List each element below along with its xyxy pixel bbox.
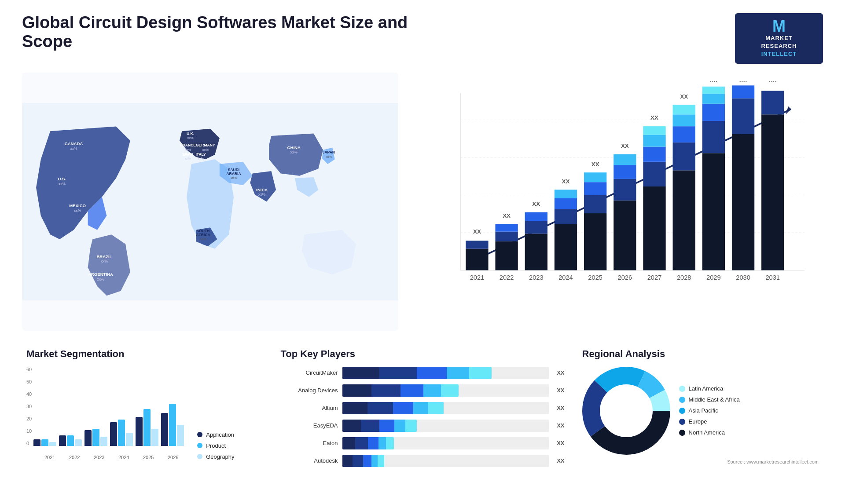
player-bar-seg <box>371 455 378 467</box>
svg-rect-77 <box>673 105 695 114</box>
svg-text:GERMANY: GERMANY <box>196 143 215 147</box>
seg-bar <box>143 409 151 446</box>
svg-text:FRANCE: FRANCE <box>180 143 196 147</box>
legend-item: Geography <box>197 453 234 460</box>
player-bar-seg <box>342 384 371 397</box>
player-bar-seg <box>413 402 429 414</box>
player-bar-wrap <box>342 420 549 432</box>
player-bar-seg <box>342 437 355 449</box>
regional-legend-dot <box>679 397 685 403</box>
regional-legend-label: Latin America <box>689 385 724 392</box>
svg-text:XX: XX <box>592 161 599 167</box>
page-title: Global Circuit Design Softwares Market S… <box>22 13 418 51</box>
svg-rect-65 <box>614 154 636 164</box>
player-bar-seg <box>342 402 368 414</box>
players-title: Top Key Players <box>281 348 565 360</box>
player-bar-seg <box>441 384 459 397</box>
legend-dot <box>197 432 202 437</box>
player-bar-seg <box>342 367 380 379</box>
regional-legend-item: Asia Pacific <box>679 407 740 414</box>
svg-rect-83 <box>702 86 725 94</box>
svg-text:U.K.: U.K. <box>187 131 194 135</box>
svg-rect-80 <box>702 121 725 153</box>
svg-text:2029: 2029 <box>706 274 721 281</box>
svg-text:ARABIA: ARABIA <box>226 171 241 175</box>
seg-group <box>59 435 82 446</box>
player-bar-seg <box>367 402 393 414</box>
player-name: CircuitMaker <box>281 369 338 376</box>
player-bar-seg <box>423 384 441 397</box>
svg-text:2026: 2026 <box>618 274 632 281</box>
seg-bar <box>41 439 48 446</box>
regional-legend-item: North America <box>679 429 740 436</box>
player-row: EasyEDA XX <box>281 420 565 432</box>
seg-bar <box>59 435 66 446</box>
player-name: EasyEDA <box>281 422 338 429</box>
player-bar-wrap <box>342 455 549 467</box>
regional-title: Regional Analysis <box>582 348 819 360</box>
svg-rect-81 <box>702 103 725 121</box>
seg-bar <box>75 439 82 446</box>
player-bar-seg <box>393 402 413 414</box>
svg-text:XX: XX <box>532 200 540 207</box>
svg-rect-76 <box>673 114 695 126</box>
player-name: Autodesk <box>281 457 338 464</box>
regional-legend-dot <box>679 408 685 414</box>
segmentation-chart: 60 50 40 30 20 10 0 2021 <box>26 367 263 460</box>
seg-group <box>33 439 56 446</box>
player-bar-seg <box>447 367 469 379</box>
svg-text:xx%: xx% <box>184 157 191 161</box>
svg-text:ITALY: ITALY <box>195 152 206 156</box>
seg-y-axis: 60 50 40 30 20 10 0 <box>26 367 33 455</box>
seg-bar <box>151 429 158 446</box>
legend-dot <box>197 443 202 448</box>
svg-text:2030: 2030 <box>736 274 750 281</box>
player-name: Analog Devices <box>281 387 338 394</box>
svg-text:INDIA: INDIA <box>256 187 268 192</box>
svg-rect-82 <box>702 94 725 103</box>
logo-text: MARKET RESEARCH INTELLECT <box>761 34 797 58</box>
legend-item: Product <box>197 442 234 449</box>
svg-text:XX: XX <box>739 81 747 84</box>
legend-label: Product <box>206 442 226 449</box>
seg-bar <box>161 413 168 446</box>
svg-rect-46 <box>495 224 518 231</box>
svg-rect-48 <box>525 234 547 270</box>
svg-text:MEXICO: MEXICO <box>69 203 86 208</box>
map-container: CANADA xx% U.S. xx% MEXICO xx% BRAZIL xx… <box>22 73 398 331</box>
player-row: CircuitMaker XX <box>281 367 565 379</box>
player-bar-seg <box>353 455 363 467</box>
player-value: XX <box>557 457 564 464</box>
svg-rect-71 <box>643 126 665 135</box>
seg-bar <box>136 417 143 446</box>
bottom-section: Market Segmentation 60 50 40 30 20 10 0 <box>22 344 823 477</box>
svg-text:ARGENTINA: ARGENTINA <box>88 272 113 277</box>
player-bar-seg <box>363 455 371 467</box>
svg-text:xx%: xx% <box>258 192 266 196</box>
svg-rect-53 <box>555 209 577 224</box>
seg-bars <box>33 367 184 455</box>
seg-group <box>84 429 107 446</box>
player-row: Altium XX <box>281 402 565 414</box>
player-bar <box>342 384 497 397</box>
player-bar-seg <box>378 437 386 449</box>
svg-rect-63 <box>614 179 636 200</box>
player-row: Autodesk XX <box>281 455 565 467</box>
svg-text:xx%: xx% <box>97 277 104 281</box>
svg-text:SPAIN: SPAIN <box>182 152 193 156</box>
svg-rect-69 <box>643 146 665 161</box>
logo: M MARKET RESEARCH INTELLECT <box>735 13 823 64</box>
page-header: Global Circuit Design Softwares Market S… <box>22 13 823 64</box>
svg-rect-86 <box>732 85 754 98</box>
svg-text:xx%: xx% <box>326 155 332 159</box>
player-bar-wrap <box>342 367 549 379</box>
svg-text:U.S.: U.S. <box>58 176 66 181</box>
svg-text:xx%: xx% <box>231 176 237 180</box>
svg-text:XX: XX <box>503 212 511 219</box>
svg-rect-54 <box>555 198 577 208</box>
seg-group <box>110 420 133 446</box>
svg-point-108 <box>602 387 650 435</box>
players-list: CircuitMaker XX Analog Devices XX Altium… <box>281 367 565 467</box>
svg-rect-67 <box>643 186 665 270</box>
svg-rect-57 <box>584 213 606 270</box>
